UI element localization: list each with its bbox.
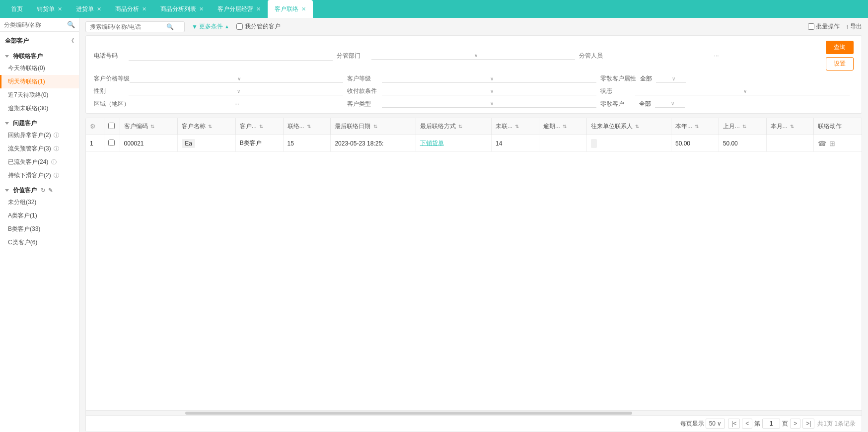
gender-select[interactable]: ∨ xyxy=(129,87,343,95)
sidebar-search-input[interactable] xyxy=(4,21,65,28)
sidebar-item-tomorrow[interactable]: 明天待联络(1) xyxy=(0,75,79,88)
gear-icon[interactable]: ⚙ xyxy=(90,123,96,130)
phone-icon[interactable]: ☎ xyxy=(818,140,826,147)
close-icon[interactable]: ✕ xyxy=(142,6,146,12)
sidebar-item-today[interactable]: 今天待联络(0) xyxy=(0,62,79,75)
arrow-down-icon xyxy=(5,122,9,125)
sidebar-item-overdue[interactable]: 逾期未联络(30) xyxy=(0,102,79,115)
person-select[interactable]: ··· xyxy=(614,51,818,60)
close-icon[interactable]: ✕ xyxy=(97,6,101,12)
table-wrapper[interactable]: ⚙ 客户编码 ⇅ 客户名称 ⇅ xyxy=(86,118,862,410)
sort-icon[interactable]: ⇅ xyxy=(790,124,794,129)
refresh-icon[interactable]: ↻ xyxy=(41,187,45,194)
phone-input[interactable] xyxy=(129,51,333,61)
status-select[interactable]: ∨ xyxy=(635,87,850,95)
page-size-dropdown[interactable]: 50 ∨ xyxy=(706,419,725,429)
page-nav: |< < 第 页 > >| xyxy=(728,419,814,429)
content-area: 🔍 ▼ 更多条件 ▲ 我分管的客户 批量操作 ↑ 导出 xyxy=(79,18,868,432)
cell-customer-type: B类客户 xyxy=(235,135,283,152)
sort-icon[interactable]: ⇅ xyxy=(208,124,212,129)
row-checkbox[interactable] xyxy=(108,140,115,146)
sort-icon[interactable]: ⇅ xyxy=(150,124,154,129)
sidebar-all-customers[interactable]: 全部客户 《 xyxy=(0,34,79,48)
area-select[interactable]: ··· xyxy=(130,99,343,108)
close-icon[interactable]: ✕ xyxy=(256,6,261,12)
cell-name: Ea xyxy=(178,135,236,152)
close-icon[interactable]: ✕ xyxy=(58,6,62,12)
nav-home[interactable]: 首页 xyxy=(4,0,30,18)
contact-method-link[interactable]: 下销货单 xyxy=(420,140,444,146)
sidebar-item-class-b[interactable]: B类客户(33) xyxy=(0,222,79,236)
grid-icon[interactable]: ⊞ xyxy=(829,140,835,147)
filter-cell-customer-level: 客户等级 ∨ xyxy=(347,74,600,83)
value-level-select[interactable]: ∨ xyxy=(130,75,343,83)
sort-icon[interactable]: ⇅ xyxy=(742,124,746,129)
query-button[interactable]: 查询 xyxy=(826,41,854,54)
sidebar-item-churn-warning[interactable]: 流失预警客户(3) ⓘ xyxy=(0,142,79,155)
sidebar-search-icon[interactable]: 🔍 xyxy=(67,21,75,28)
batch-checkbox[interactable] xyxy=(808,23,814,30)
more-icon[interactable]: ··· xyxy=(714,52,814,59)
next-page-btn[interactable]: > xyxy=(790,419,800,429)
sidebar-item-7days[interactable]: 近7天待联络(0) xyxy=(0,88,79,102)
nav-sales[interactable]: 销货单 ✕ xyxy=(30,0,69,18)
sidebar: 🔍 全部客户 《 待联络客户 今天待联络(0) 明天待联络(1) 近7天待联络(… xyxy=(0,18,79,432)
last-page-btn[interactable]: >| xyxy=(802,419,814,429)
more-icon[interactable]: ··· xyxy=(234,100,339,107)
set-button[interactable]: 设置 xyxy=(826,57,854,71)
filter-more-btn[interactable]: ▼ 更多条件 ▲ xyxy=(189,21,232,32)
chevron-down-icon: ∨ xyxy=(490,101,596,106)
sidebar-item-churned[interactable]: 已流失客户(24) ⓘ xyxy=(0,155,79,169)
sidebar-item-class-a[interactable]: A类客户(1) xyxy=(0,209,79,222)
search-icon[interactable]: 🔍 xyxy=(166,23,174,30)
customer-level-select[interactable]: ∨ xyxy=(382,75,596,83)
sidebar-item-declining[interactable]: 持续下滑客户(2) ⓘ xyxy=(0,169,79,182)
select-all-checkbox[interactable] xyxy=(108,123,115,129)
payment-select[interactable]: ∨ xyxy=(382,87,596,95)
sidebar-section-value: 价值客户 ↻ ✎ xyxy=(0,184,79,196)
close-icon[interactable]: ✕ xyxy=(199,6,204,12)
col-actions: 联络动作 xyxy=(814,118,862,135)
sidebar-item-class-c[interactable]: C类客户(6) xyxy=(0,236,79,249)
sort-icon[interactable]: ⇅ xyxy=(515,124,519,129)
filter-cell-gender: 性别 ∨ xyxy=(94,87,347,95)
sort-icon[interactable]: ⇅ xyxy=(458,124,462,129)
sort-icon[interactable]: ⇅ xyxy=(563,124,567,129)
chevron-up-icon: ▲ xyxy=(224,24,229,29)
sort-icon[interactable]: ⇅ xyxy=(635,124,639,129)
nav-analysis[interactable]: 商品分析 ✕ xyxy=(108,0,153,18)
cell-this-month xyxy=(766,135,814,152)
scroll-thumb[interactable] xyxy=(185,412,632,415)
sort-icon[interactable]: ⇅ xyxy=(259,124,263,129)
dept-select[interactable]: ∨ xyxy=(371,52,576,60)
filter-cell-dept: 分管部门 ∨ xyxy=(337,52,579,60)
prev-page-btn[interactable]: < xyxy=(742,419,752,429)
retail-attr-select[interactable]: ∨ xyxy=(656,75,686,83)
close-icon[interactable]: ✕ xyxy=(301,6,306,12)
page-size-select: 每页显示 50 ∨ xyxy=(680,419,725,429)
export-btn[interactable]: ↑ 导出 xyxy=(846,22,862,31)
sort-icon[interactable]: ⇅ xyxy=(307,124,311,129)
retail-customer-select[interactable]: ∨ xyxy=(655,100,685,108)
nav-customer-tier[interactable]: 客户分层经营 ✕ xyxy=(211,0,268,18)
horizontal-scrollbar[interactable] xyxy=(86,410,862,415)
my-customers-filter[interactable]: 我分管的客户 xyxy=(236,22,281,31)
nav-customer-contact[interactable]: 客户联络 ✕ xyxy=(268,0,313,18)
search-input[interactable] xyxy=(90,23,164,30)
col-unlinking-days: 未联... ⇅ xyxy=(492,118,539,135)
action-buttons: 查询 设置 xyxy=(826,41,854,71)
col-overdue: 逾期... ⇅ xyxy=(539,118,586,135)
sidebar-item-ungrouped[interactable]: 未分组(32) xyxy=(0,196,79,209)
sidebar-item-abnormal[interactable]: 回购异常客户(2) ⓘ xyxy=(0,129,79,142)
page-input[interactable] xyxy=(762,419,780,429)
my-customers-checkbox[interactable] xyxy=(236,23,243,30)
first-page-btn[interactable]: |< xyxy=(728,419,740,429)
sort-icon[interactable]: ⇅ xyxy=(373,124,377,129)
search-bar: 🔍 xyxy=(85,21,185,32)
edit-icon[interactable]: ✎ xyxy=(48,187,53,194)
customer-type-select[interactable]: ∨ xyxy=(382,100,596,108)
sort-icon[interactable]: ⇅ xyxy=(695,124,699,129)
nav-analysis-list[interactable]: 商品分析列表 ✕ xyxy=(153,0,211,18)
batch-op-btn[interactable]: 批量操作 xyxy=(808,22,840,31)
nav-purchase[interactable]: 进货单 ✕ xyxy=(69,0,108,18)
